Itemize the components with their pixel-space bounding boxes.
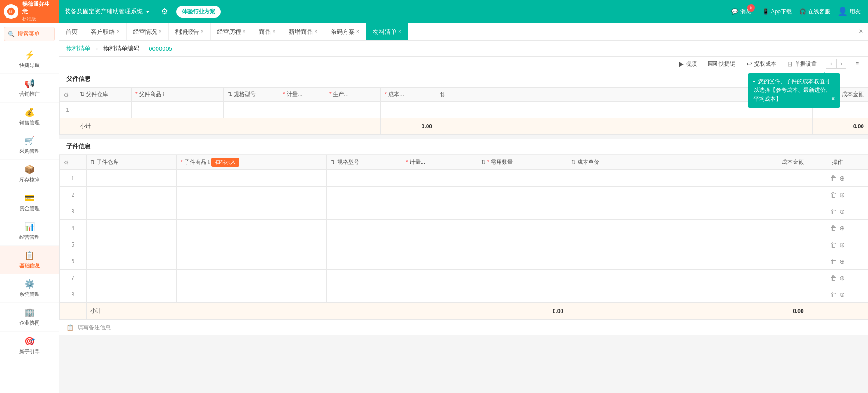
tooltip-close-button[interactable]: × xyxy=(832,95,835,103)
delete-icon[interactable]: 🗑 xyxy=(830,258,837,265)
sidebar-item-enterprise[interactable]: 🏢 企业协同 xyxy=(0,303,59,332)
sidebar-item-sales[interactable]: 💰 销售管理 xyxy=(0,103,59,131)
copy-icon[interactable]: ⊕ xyxy=(839,191,845,199)
child-qty-cell[interactable] xyxy=(477,236,567,253)
trial-button[interactable]: 体验行业方案 xyxy=(176,6,221,18)
sidebar-item-quick-nav[interactable]: ⚡ 快捷导航 xyxy=(0,45,59,74)
child-unit-cost-cell[interactable] xyxy=(567,220,657,236)
child-amount-cell[interactable] xyxy=(657,253,808,270)
tab-profit[interactable]: 利润报告 × xyxy=(169,23,211,40)
sidebar-item-basic-info[interactable]: 📋 基础信息 xyxy=(0,246,59,274)
search-menu-button[interactable]: 🔍 搜索菜单 xyxy=(4,27,55,41)
config-icon[interactable]: ⚙ xyxy=(63,91,69,98)
extract-cost-button[interactable]: ↩ 提取成本 xyxy=(745,59,778,69)
sidebar-item-system[interactable]: ⚙️ 系统管理 xyxy=(0,274,59,303)
sidebar-item-purchase[interactable]: 🛒 采购管理 xyxy=(0,131,59,160)
sidebar-item-marketing[interactable]: 📢 营销推广 xyxy=(0,74,59,103)
parent-goods-cell[interactable] xyxy=(132,102,224,118)
child-spec-cell[interactable] xyxy=(327,270,402,286)
online-service-action[interactable]: 🎧 在线客服 xyxy=(799,8,830,16)
child-goods-cell[interactable] xyxy=(176,170,326,187)
tab-operations[interactable]: 经营情况 × xyxy=(127,23,169,40)
child-warehouse-cell[interactable] xyxy=(86,270,176,286)
single-settings-button[interactable]: ⊟ 单据设置 xyxy=(785,59,819,69)
parent-col-config[interactable]: ⚙ xyxy=(60,88,76,102)
child-amount-cell[interactable] xyxy=(657,286,808,303)
tab-close-icon[interactable]: × xyxy=(398,29,401,34)
child-unit-cell[interactable] xyxy=(402,236,477,253)
tab-close-icon[interactable]: × xyxy=(272,29,275,34)
child-goods-cell[interactable] xyxy=(176,203,326,220)
child-unit-cost-cell[interactable] xyxy=(567,253,657,270)
child-qty-cell[interactable] xyxy=(477,270,567,286)
child-goods-cell[interactable] xyxy=(176,187,326,203)
child-amount-cell[interactable] xyxy=(657,203,808,220)
parent-unit-cell[interactable] xyxy=(279,102,326,118)
tab-close-icon[interactable]: × xyxy=(243,29,246,34)
child-qty-cell[interactable] xyxy=(477,286,567,303)
child-qty-cell[interactable] xyxy=(477,220,567,236)
child-unit-cost-cell[interactable] xyxy=(567,203,657,220)
list-view-button[interactable]: ≡ xyxy=(854,60,861,68)
child-qty-cell[interactable] xyxy=(477,203,567,220)
tab-close-icon[interactable]: × xyxy=(159,29,162,34)
tab-barcode[interactable]: 条码方案 × xyxy=(324,23,366,40)
copy-icon[interactable]: ⊕ xyxy=(839,175,845,182)
child-goods-cell[interactable] xyxy=(176,220,326,236)
delete-icon[interactable]: 🗑 xyxy=(830,208,837,215)
tab-close-icon[interactable]: × xyxy=(314,29,317,34)
parent-cost-cell[interactable] xyxy=(381,102,436,118)
child-warehouse-cell[interactable] xyxy=(86,220,176,236)
user-menu[interactable]: 👤 用友 xyxy=(838,6,861,17)
child-col-config[interactable]: ⚙ xyxy=(60,155,87,170)
shortcut-button[interactable]: ⌨ 快捷键 xyxy=(706,59,737,69)
child-unit-cell[interactable] xyxy=(402,220,477,236)
child-unit-cost-cell[interactable] xyxy=(567,270,657,286)
tab-history[interactable]: 经营历程 × xyxy=(211,23,253,40)
child-unit-cost-cell[interactable] xyxy=(567,170,657,187)
scan-input-button[interactable]: 扫码录入 xyxy=(211,158,239,167)
close-all-tabs-button[interactable]: × xyxy=(854,27,868,36)
note-text[interactable]: 填写备注信息 xyxy=(78,324,111,332)
child-amount-cell[interactable] xyxy=(657,187,808,203)
child-goods-cell[interactable] xyxy=(176,236,326,253)
child-warehouse-cell[interactable] xyxy=(86,187,176,203)
copy-icon[interactable]: ⊕ xyxy=(839,258,845,265)
next-record-button[interactable]: › xyxy=(836,59,846,69)
child-unit-cell[interactable] xyxy=(402,270,477,286)
message-action[interactable]: 💬 6 消息 xyxy=(731,8,751,16)
child-unit-cell[interactable] xyxy=(402,203,477,220)
child-warehouse-cell[interactable] xyxy=(86,253,176,270)
delete-icon[interactable]: 🗑 xyxy=(830,241,837,248)
child-amount-cell[interactable] xyxy=(657,270,808,286)
copy-icon[interactable]: ⊕ xyxy=(839,208,845,215)
delete-icon[interactable]: 🗑 xyxy=(830,191,837,199)
copy-icon[interactable]: ⊕ xyxy=(839,241,845,248)
delete-icon[interactable]: 🗑 xyxy=(830,291,837,298)
sidebar-item-inventory[interactable]: 📦 库存核算 xyxy=(0,160,59,188)
config-icon[interactable]: ⚙ xyxy=(156,6,173,17)
child-unit-cell[interactable] xyxy=(402,286,477,303)
copy-icon[interactable]: ⊕ xyxy=(839,274,845,282)
tab-close-icon[interactable]: × xyxy=(201,29,204,34)
parent-spec-cell[interactable] xyxy=(224,102,279,118)
prev-record-button[interactable]: ‹ xyxy=(826,59,836,69)
child-spec-cell[interactable] xyxy=(327,253,402,270)
tab-bom[interactable]: 物料清单 × xyxy=(366,23,408,40)
child-unit-cost-cell[interactable] xyxy=(567,187,657,203)
delete-icon[interactable]: 🗑 xyxy=(830,274,837,282)
child-qty-cell[interactable] xyxy=(477,253,567,270)
child-spec-cell[interactable] xyxy=(327,286,402,303)
tab-home[interactable]: 首页 xyxy=(59,23,84,40)
parent-warehouse-cell[interactable] xyxy=(76,102,132,118)
child-unit-cell[interactable] xyxy=(402,187,477,203)
child-goods-cell[interactable] xyxy=(176,270,326,286)
child-warehouse-cell[interactable] xyxy=(86,286,176,303)
child-goods-cell[interactable] xyxy=(176,253,326,270)
child-spec-cell[interactable] xyxy=(327,220,402,236)
tab-new-goods[interactable]: 新增商品 × xyxy=(282,23,324,40)
child-qty-cell[interactable] xyxy=(477,187,567,203)
tab-goods[interactable]: 商品 × xyxy=(252,23,282,40)
delete-icon[interactable]: 🗑 xyxy=(830,224,837,232)
tab-customer[interactable]: 客户联络 × xyxy=(84,23,127,40)
